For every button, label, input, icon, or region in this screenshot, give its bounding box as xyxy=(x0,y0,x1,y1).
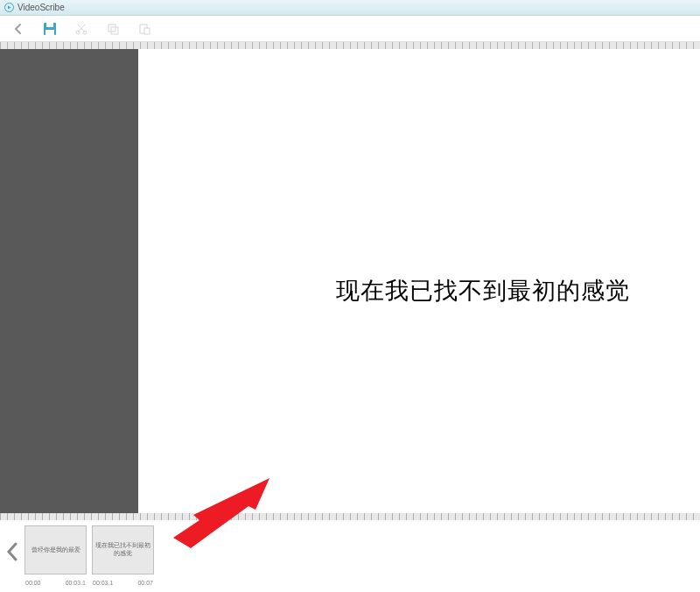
svg-rect-4 xyxy=(46,30,54,35)
timeline-prev-button[interactable] xyxy=(4,527,21,576)
timeline-thumb-1[interactable]: 曾经你是我的最爱 00:00 00:03.1 xyxy=(24,525,87,574)
svg-rect-10 xyxy=(111,27,118,34)
svg-rect-9 xyxy=(108,25,116,32)
thumb-text: 曾经你是我的最爱 xyxy=(30,545,82,556)
off-canvas-left xyxy=(0,49,138,520)
thumb-text: 现在我已找不到最初的感觉 xyxy=(93,540,153,560)
copy-button[interactable] xyxy=(105,21,121,37)
thumb-time-end: 00:03.1 xyxy=(66,580,86,586)
timeline-thumb-2[interactable]: 现在我已找不到最初的感觉 00:03.1 00:07 xyxy=(92,525,154,574)
title-bar: VideoScribe xyxy=(0,0,700,16)
cut-button[interactable] xyxy=(74,21,89,37)
thumb-times: 00:00 00:03.1 xyxy=(25,580,86,586)
thumb-time-end: 00:07 xyxy=(137,580,153,586)
ruler-top xyxy=(0,42,700,49)
app-title: VideoScribe xyxy=(18,3,65,12)
svg-marker-1 xyxy=(8,6,11,10)
thumb-time-start: 00:03.1 xyxy=(93,580,113,586)
ruler-bottom xyxy=(0,513,700,520)
thumb-times: 00:03.1 00:07 xyxy=(93,580,153,586)
svg-rect-12 xyxy=(144,28,150,34)
timeline: 曾经你是我的最爱 00:00 00:03.1 现在我已找不到最初的感觉 00:0… xyxy=(0,520,700,592)
thumb-time-start: 00:00 xyxy=(25,580,41,586)
canvas-area: 现在我已找不到最初的感觉 xyxy=(0,49,700,520)
toolbar xyxy=(0,16,700,42)
save-button[interactable] xyxy=(42,21,58,37)
svg-rect-3 xyxy=(46,23,53,27)
back-button[interactable] xyxy=(10,21,26,37)
paste-button[interactable] xyxy=(136,21,152,37)
canvas-text[interactable]: 现在我已找不到最初的感觉 xyxy=(336,275,630,307)
canvas[interactable]: 现在我已找不到最初的感觉 xyxy=(138,49,700,520)
app-icon xyxy=(4,3,14,13)
